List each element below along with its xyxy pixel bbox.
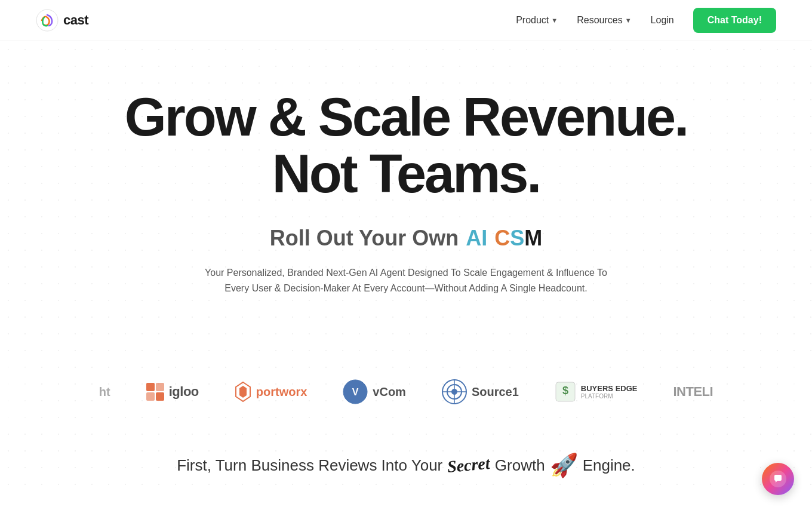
portworx-icon [235, 381, 251, 403]
hero-wrapper: Grow & Scale Revenue. Not Teams. Roll Ou… [0, 41, 812, 490]
logo-text: cast [63, 13, 88, 28]
svg-text:V: V [352, 387, 359, 397]
svg-marker-2 [239, 386, 247, 398]
logos-strip: ht igloo [0, 355, 812, 428]
portworx-text: portworx [256, 385, 307, 399]
source1-text: Source1 [472, 385, 519, 399]
buyers-edge-text: BUYERS EDGE [581, 384, 638, 394]
hero-subheadline: Roll Out Your Own AI CSM [24, 226, 788, 251]
bottom-engine: Engine. [583, 456, 635, 475]
logos-wrapper: ht igloo [0, 355, 812, 428]
source1-icon [442, 379, 467, 404]
product-menu[interactable]: Product ▼ [516, 15, 558, 26]
igloo-text: igloo [169, 384, 199, 400]
svg-text:$: $ [562, 385, 568, 397]
csm-m: M [524, 226, 542, 250]
hero-description: Your Personalized, Branded Next-Gen AI A… [203, 265, 609, 296]
vcom-text: vCom [373, 385, 406, 399]
igloo-logo: igloo [146, 383, 199, 401]
chat-fab-icon [769, 470, 787, 488]
igloo-icon [146, 383, 164, 401]
bottom-suffix: Growth [495, 456, 545, 475]
csm-s: S [510, 226, 524, 250]
inteli-logo: INTELI [673, 384, 713, 400]
navbar: cast Product ▼ Resources ▼ Login Chat To… [0, 0, 812, 41]
resources-chevron-icon: ▼ [625, 17, 632, 24]
hero-section: Grow & Scale Revenue. Not Teams. Roll Ou… [0, 41, 812, 355]
hero-headline: Grow & Scale Revenue. Not Teams. [24, 89, 788, 202]
chat-today-button[interactable]: Chat Today! [693, 8, 776, 33]
nav-right: Product ▼ Resources ▼ Login Chat Today! [516, 8, 776, 33]
rocket-icon: 🚀 [550, 452, 578, 478]
chat-fab-button[interactable] [762, 463, 794, 490]
ai-label: AI [466, 226, 487, 251]
product-chevron-icon: ▼ [551, 17, 558, 24]
csm-c: C [494, 226, 510, 250]
logo-link[interactable]: cast [36, 9, 88, 32]
source1-logo: Source1 [442, 379, 519, 404]
vcom-logo: V vCom [343, 379, 406, 404]
bottom-section: First, Turn Business Reviews Into Your S… [0, 428, 812, 490]
buyers-edge-icon: $ [555, 381, 576, 403]
login-link[interactable]: Login [651, 15, 674, 26]
resources-menu[interactable]: Resources ▼ [577, 15, 631, 26]
svg-point-0 [36, 10, 58, 31]
buyers-edge-logo: $ BUYERS EDGE PLATFORM [555, 381, 638, 403]
partial-left-logo: ht [99, 385, 110, 399]
portworx-logo: portworx [235, 381, 307, 403]
vcom-icon: V [343, 379, 368, 404]
cast-logo-icon [36, 9, 59, 32]
bottom-tagline: First, Turn Business Reviews Into Your S… [24, 452, 788, 478]
secret-word: Secret [447, 454, 491, 477]
hero-content: Grow & Scale Revenue. Not Teams. Roll Ou… [0, 41, 812, 490]
bottom-prefix: First, Turn Business Reviews Into Your [177, 456, 442, 475]
buyers-edge-subtext: PLATFORM [581, 393, 638, 400]
inteli-text: INTELI [673, 384, 713, 400]
